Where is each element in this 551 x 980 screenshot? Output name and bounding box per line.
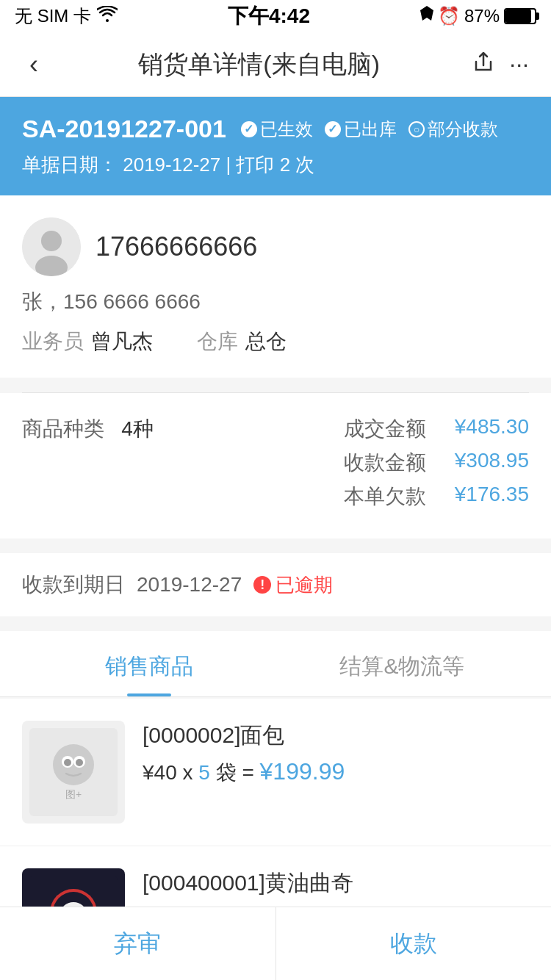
badge-shipped: ✓ 已出库	[325, 118, 397, 141]
received-amount-row: 收款金额 ¥308.95	[344, 449, 529, 477]
overdue-icon: !	[253, 576, 271, 594]
customer-section: 17666666666 张，156 6666 6666 业务员 曾凡杰 仓库 总…	[0, 195, 551, 378]
nav-actions: ···	[472, 51, 529, 79]
overdue-badge: ! 已逾期	[253, 572, 333, 598]
product-thumb-1: 图+	[22, 721, 125, 824]
customer-phone: 17666666666	[96, 231, 257, 262]
nav-bar: ‹ 销货单详情(来自电脑) ···	[0, 32, 551, 97]
summary-left: 商品种类 4种	[22, 415, 154, 446]
order-date: 单据日期： 2019-12-27 | 打印 2 次	[22, 152, 529, 178]
battery-percent: 87%	[464, 6, 500, 26]
cancel-button[interactable]: 弃审	[0, 907, 276, 980]
share-icon[interactable]	[472, 51, 494, 79]
svg-point-1	[41, 231, 62, 251]
product-name-1: [0000002]面包	[143, 721, 529, 751]
avatar	[22, 217, 81, 276]
svg-text:图+: 图+	[65, 788, 82, 800]
due-date-value: 2019-12-27	[137, 573, 242, 597]
due-date-label: 收款到期日	[22, 571, 125, 599]
order-header-top: SA-20191227-001 ✓ 已生效 ✓ 已出库 ○ 部分收款	[22, 115, 529, 143]
due-date-section: 收款到期日 2019-12-27 ! 已逾期	[0, 553, 551, 616]
status-left: 无 SIM 卡	[15, 4, 118, 28]
status-time: 下午4:42	[228, 2, 310, 30]
tab-sales[interactable]: 销售商品	[22, 631, 276, 696]
product-name-2: [000400001]黄油曲奇	[143, 868, 529, 898]
owed-amount-row: 本单欠款 ¥176.35	[344, 483, 529, 511]
alarm-icon: ⏰	[438, 6, 460, 26]
overdue-text: 已逾期	[276, 572, 333, 598]
battery-icon	[504, 8, 536, 24]
order-id: SA-20191227-001	[22, 115, 226, 143]
customer-meta: 业务员 曾凡杰 仓库 总仓	[22, 328, 529, 356]
svg-point-8	[76, 759, 83, 766]
customer-top: 17666666666	[22, 217, 529, 276]
summary-right: 成交金额 ¥485.30 收款金额 ¥308.95 本单欠款 ¥176.35	[344, 415, 529, 516]
wifi-icon	[97, 6, 118, 26]
location-icon	[420, 6, 433, 26]
svg-point-7	[64, 759, 71, 766]
confirm-button[interactable]: 收款	[276, 907, 552, 980]
product-item: 图+ [0000002]面包 ¥40 x 5 袋 = ¥199.99	[0, 699, 551, 846]
sales-rep: 业务员 曾凡杰	[22, 328, 153, 356]
product-type: 商品种类 4种	[22, 415, 154, 443]
check-icon: ✓	[241, 121, 257, 137]
badge-partial: ○ 部分收款	[408, 118, 498, 141]
more-icon[interactable]: ···	[509, 51, 529, 78]
customer-name: 张，156 6666 6666	[22, 288, 529, 316]
tabs-section: 销售商品 结算&物流等	[0, 631, 551, 697]
product-info-1: [0000002]面包 ¥40 x 5 袋 = ¥199.99	[143, 721, 529, 824]
svg-point-4	[53, 744, 94, 785]
status-bar: 无 SIM 卡 下午4:42 ⏰ 87%	[0, 0, 551, 32]
check-icon-2: ✓	[325, 121, 341, 137]
order-header: SA-20191227-001 ✓ 已生效 ✓ 已出库 ○ 部分收款 单据日期：…	[0, 97, 551, 195]
clock-icon: ○	[408, 121, 425, 137]
tabs: 销售商品 结算&物流等	[0, 631, 551, 696]
warehouse: 仓库 总仓	[197, 328, 287, 356]
deal-amount-row: 成交金额 ¥485.30	[344, 415, 529, 443]
bottom-bar: 弃审 收款	[0, 907, 551, 980]
sim-status: 无 SIM 卡	[15, 4, 91, 28]
status-right: ⏰ 87%	[420, 6, 536, 26]
product-price-1: ¥40 x 5 袋 = ¥199.99	[143, 758, 529, 787]
page-title: 销货单详情(来自电脑)	[46, 48, 472, 82]
badge-activated: ✓ 已生效	[241, 118, 313, 141]
summary-row: 商品种类 4种 成交金额 ¥485.30 收款金额 ¥308.95 本单欠款 ¥…	[22, 415, 529, 516]
summary-section: 商品种类 4种 成交金额 ¥485.30 收款金额 ¥308.95 本单欠款 ¥…	[0, 393, 551, 538]
back-button[interactable]: ‹	[22, 42, 46, 87]
status-badges: ✓ 已生效 ✓ 已出库 ○ 部分收款	[241, 118, 498, 141]
tab-settlement[interactable]: 结算&物流等	[276, 631, 529, 696]
